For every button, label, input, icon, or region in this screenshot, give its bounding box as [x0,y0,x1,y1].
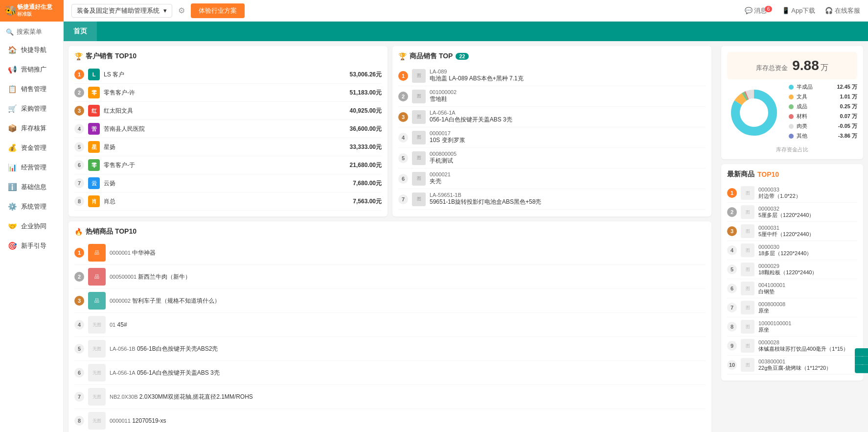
sidebar-item-sales[interactable]: 📋 销售管理 [2,80,61,98]
product-sales-title: 🏆 商品销售 TOP 22 [398,52,706,61]
sidebar-search[interactable]: 🔍 搜索菜单 [0,24,63,40]
system-name: 装备及固定资产辅助管理系统 [77,6,160,15]
product-sales-list: 1 图 LA-089 电池盖 LA-089 ABS本色+黑种 7.1克 2 图 [398,66,706,210]
product-image: 图 [412,110,426,124]
sidebar: 🔍 搜索菜单 🏠 快捷导航 📢 营销推广 📋 销售管理 🛒 采购管理 📦 库存核… [0,22,64,432]
customer-rank-list: 1 L LS 客户 53,006.26元 2 零 零售客户-许 51,183.0… [74,66,382,211]
list-item: 2 图 00000325厘多层（1220*2440） [727,203,857,222]
rank-badge-8: 8 [727,322,737,332]
sidebar-item-marketing[interactable]: 📢 营销推广 [2,60,61,79]
list-item: 3 品 0000002 智利车子里（规格不知道填什么） [74,289,706,313]
avatar: L [88,69,100,80]
list-item: 7 图 000800008原坐 [727,298,857,317]
rank-badge-5: 5 [398,153,408,163]
legend-item-stationery: 文具 1.01 万 [789,93,857,100]
message-link[interactable]: 💬 消息 6 [745,6,773,15]
sidebar-item-purchase[interactable]: 🛒 采购管理 [2,99,61,118]
service-community-button[interactable]: 服务社区 [855,357,868,365]
inventory-legend: 半成品 12.45 万 文具 1.01 万 成品 0 [789,83,857,142]
live-stream-button[interactable]: 直播 [855,365,868,373]
donut-svg [727,86,781,140]
table-row: 6 零 零售客户-于 21,680.00元 [74,156,382,174]
purchase-icon: 🛒 [8,104,17,113]
list-item: 5 图 000002918颗粒板（1220*2440） [727,260,857,279]
table-row: 7 云 云扬 7,680.00元 [74,174,382,192]
sidebar-label: 企业协同 [21,222,46,231]
app-download-link[interactable]: 📱 App下载 [782,6,815,15]
tab-home[interactable]: 首页 [64,22,97,41]
sidebar-item-inventory[interactable]: 📦 库存核算 [2,119,61,138]
sidebar-item-system[interactable]: ⚙️ 系统管理 [2,197,61,216]
table-row: 4 苦 苦南县人民医院 36,600.00元 [74,120,382,138]
sidebar-label: 资金管理 [21,144,46,152]
new-products-title: 最新商品 TOP10 [727,170,857,179]
new-products-list: 1 图 0000033封边带（1.0*22） 2 图 00000325厘多层（1… [727,184,857,375]
product-image: 无图 [88,388,106,406]
sidebar-label: 采购管理 [21,104,46,113]
list-item: 7 无图 NB2.0X30B 2.0X30MM双搓花轴,搓花直径2.1MM/RO… [74,385,706,409]
rank-badge-2: 2 [398,92,408,101]
list-item: 8 图 10000100001原坐 [727,317,857,336]
rank-badge-7: 7 [74,392,84,402]
sidebar-item-navigation[interactable]: 🏠 快捷导航 [2,41,61,59]
inventory-total: 库存总资金 9.88 万 [727,52,857,79]
avatar: 零 [88,87,100,98]
product-image: 无图 [88,412,106,430]
avatar: 零 [88,159,100,171]
rank-badge-5: 5 [74,142,84,152]
product-image: 图 [412,69,426,83]
sidebar-item-operations[interactable]: 📊 经营管理 [2,158,61,177]
system-selector[interactable]: 装备及固定资产辅助管理系统 ▾ [71,4,172,18]
marketing-icon: 📢 [8,65,17,74]
gear-icon[interactable]: ⚙ [178,6,185,15]
table-row: 1 图 LA-089 电池盖 LA-089 ABS本色+黑种 7.1克 [398,66,706,86]
sidebar-item-guide[interactable]: 🎯 新手引导 [2,237,61,255]
table-row: 5 图 000800005 手机测试 [398,148,706,168]
online-service-link[interactable]: 🎧 在线客服 [825,6,860,15]
rank-badge-8: 8 [74,196,84,206]
inventory-ratio-label: 库存资金占比 [727,146,857,153]
product-image: 图 [741,263,754,276]
sidebar-item-basic-info[interactable]: ℹ️ 基础信息 [2,178,61,196]
floating-buttons: 客服热线 服务社区 直播 [855,348,868,373]
product-image: 图 [741,358,754,372]
avatar: 云 [88,177,100,189]
product-sales-badge: 22 [456,53,468,60]
table-row: 3 图 LA-056-1A 056-1A白色按键开关盖ABS 3壳 [398,107,706,127]
product-image: 图 [412,192,426,206]
legend-dot [789,95,794,99]
customer-top10-card: 🏆 客户销售 TOP10 1 L LS 客户 53,006.26元 [69,46,388,216]
sidebar-item-cooperation[interactable]: 🤝 企业协同 [2,217,61,236]
system-icon: ⚙️ [8,202,17,211]
list-item: 6 无图 LA-056-1A 056-1A白色按键开关盖ABS 3壳 [74,361,706,385]
hot-products-card: 🔥 热销商品 TOP10 1 品 0000001 中华神器 2 品 000500… [69,221,711,432]
try-plan-button[interactable]: 体验行业方案 [191,3,245,18]
product-image: 图 [741,320,754,334]
table-row: 8 肖 肖总 7,563.00元 [74,192,382,211]
rank-badge-7: 7 [398,194,408,204]
rank-badge-6: 6 [727,284,737,293]
rank-badge-6: 6 [398,174,408,184]
sidebar-item-finance[interactable]: 💰 资金管理 [2,139,61,157]
rank-badge-5: 5 [727,264,737,274]
new-products-card: 最新商品 TOP10 1 图 0000033封边带（1.0*22） 2 图 00… [721,164,863,381]
list-item: 6 图 004100001白钢垫 [727,279,857,298]
search-icon: 🔍 [6,28,14,36]
rank-badge-9: 9 [727,341,737,351]
customer-service-button[interactable]: 客服热线 [855,348,868,357]
legend-item-semifinished: 半成品 12.45 万 [789,83,857,91]
customer-top10-title: 🏆 客户销售 TOP10 [74,52,382,61]
logo-title: 畅捷通好生意 [17,3,52,10]
product-image: 图 [412,131,426,144]
list-item: 8 无图 0000011 12070519-xs [74,409,706,432]
coop-icon: 🤝 [8,222,17,231]
logo-icon: 🐝 [5,5,17,17]
legend-item-finished: 成品 0.25 万 [789,103,857,110]
rank-badge-1: 1 [74,248,84,258]
rank-badge-6: 6 [74,160,84,170]
table-row: 3 红 红太阳文具 40,925.00元 [74,102,382,120]
sidebar-label: 新手引导 [21,241,46,250]
list-item: 3 图 00000315厘中纤（1220*2440） [727,222,857,241]
inventory-chart: 半成品 12.45 万 文具 1.01 万 成品 0 [727,79,857,146]
product-image: 图 [741,243,754,257]
